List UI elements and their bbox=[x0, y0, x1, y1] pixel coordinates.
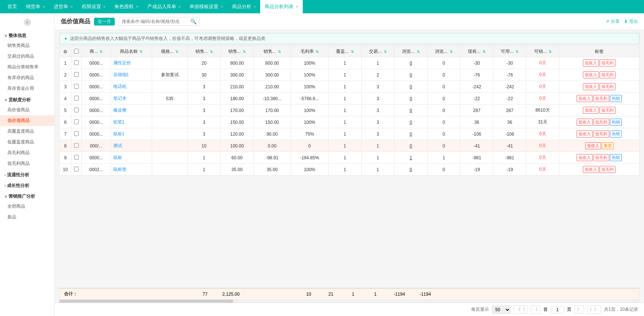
row-name[interactable]: 测试 bbox=[111, 140, 152, 152]
sidebar-item-high-value[interactable]: 高价值商品 bbox=[0, 105, 54, 115]
close-icon[interactable]: × bbox=[296, 4, 298, 9]
per-page-select[interactable]: 50 100 200 bbox=[492, 306, 511, 314]
sidebar-item-high-margin[interactable]: 高毛利商品 bbox=[0, 147, 54, 158]
table-row: 2 0000... 吴细细1 参加复试 30 300.00 300.00 100… bbox=[60, 69, 640, 81]
close-icon[interactable]: × bbox=[178, 4, 181, 9]
sidebar-item-traded[interactable]: 交易过的商品 bbox=[0, 51, 54, 62]
row-select-checkbox[interactable] bbox=[74, 108, 79, 112]
nav-item-home[interactable]: 首页 bbox=[3, 0, 21, 13]
first-page-btn[interactable]: 〈〈 bbox=[514, 305, 528, 314]
close-icon[interactable]: × bbox=[136, 4, 138, 9]
search-box[interactable]: 🔍 bbox=[118, 17, 200, 26]
row-select-checkbox[interactable] bbox=[74, 119, 79, 124]
row-name[interactable]: 鼠标1 bbox=[111, 128, 152, 140]
nav-item-analysis-list[interactable]: 商品分析列表 × bbox=[260, 0, 302, 13]
nav-item-products-in[interactable]: 产成品入库单 × bbox=[143, 0, 185, 13]
row-code: 0000... bbox=[82, 57, 111, 69]
table-container: ⚙ 商... ⇅ 商品名称 ⇅ 规格... ⇅ 销售... ⇅ 销售... ⇅ … bbox=[59, 46, 640, 288]
row-checkbox[interactable] bbox=[71, 81, 82, 93]
row-checkbox[interactable] bbox=[71, 152, 82, 164]
sidebar-collapse-btn[interactable]: « bbox=[24, 18, 31, 26]
col-sales-price[interactable]: 销售... ⇅ bbox=[221, 46, 254, 57]
col-spec[interactable]: 规格... ⇅ bbox=[152, 46, 187, 57]
sidebar-item-stock-products[interactable]: 有库存的商品 bbox=[0, 72, 54, 83]
prev-page-btn[interactable]: 〈 bbox=[531, 305, 540, 314]
col-checkbox[interactable] bbox=[71, 46, 82, 57]
row-name[interactable]: 电话机 bbox=[111, 81, 152, 93]
col-sales-amount[interactable]: 销售... ⇅ bbox=[254, 46, 291, 57]
row-checkbox[interactable] bbox=[71, 164, 82, 176]
row-name[interactable]: 铅笔1 bbox=[111, 116, 152, 128]
sidebar-item-high-coverage[interactable]: 高覆盖度商品 bbox=[0, 126, 54, 137]
row-num: 10 bbox=[60, 164, 71, 176]
row-select-checkbox[interactable] bbox=[74, 96, 79, 101]
filter-btn[interactable]: 近一月 bbox=[94, 18, 115, 26]
next-page-btn[interactable]: 〉 bbox=[574, 305, 584, 314]
col-views2[interactable]: 浏览... ⇅ bbox=[427, 46, 460, 57]
nav-item-purchase[interactable]: 进货单 × bbox=[49, 0, 77, 13]
close-icon[interactable]: × bbox=[70, 4, 73, 9]
col-margin[interactable]: 毛利率 ⇅ bbox=[291, 46, 329, 57]
sidebar-item-low-margin[interactable]: 低毛利商品 bbox=[0, 158, 54, 169]
row-name[interactable]: 吴细细1 bbox=[111, 69, 152, 81]
row-checkbox[interactable] bbox=[71, 57, 82, 69]
col-sales-qty[interactable]: 销售... ⇅ bbox=[188, 46, 221, 57]
sidebar-group-marketing[interactable]: ∨ 营销推广分析 bbox=[0, 190, 54, 201]
export-btn[interactable]: ⬇ 导出 bbox=[624, 18, 638, 25]
sidebar-item-low-value[interactable]: 低价值商品 bbox=[0, 115, 54, 126]
row-sales-price: 150.00 bbox=[221, 116, 254, 128]
sidebar-item-category-rate[interactable]: 商品分类销售率 bbox=[0, 62, 54, 72]
close-icon[interactable]: × bbox=[254, 4, 256, 9]
row-select-checkbox[interactable] bbox=[74, 84, 79, 89]
close-icon[interactable]: × bbox=[221, 4, 223, 9]
sidebar-item-low-coverage[interactable]: 低覆盖度商品 bbox=[0, 137, 54, 147]
close-icon[interactable]: × bbox=[103, 4, 105, 9]
col-coverage[interactable]: 覆盖... ⇅ bbox=[328, 46, 361, 57]
row-select-checkbox[interactable] bbox=[74, 143, 79, 148]
col-settings[interactable]: ⚙ bbox=[60, 46, 71, 57]
row-checkbox[interactable] bbox=[71, 140, 82, 152]
row-name[interactable]: 橡皮擦 bbox=[111, 105, 152, 116]
row-checkbox[interactable] bbox=[71, 128, 82, 140]
nav-item-sales[interactable]: 销货单 × bbox=[21, 0, 49, 13]
row-checkbox[interactable] bbox=[71, 116, 82, 128]
last-page-btn[interactable]: 〉〉 bbox=[587, 305, 601, 314]
page-input[interactable] bbox=[551, 306, 564, 313]
row-select-checkbox[interactable] bbox=[74, 60, 79, 65]
row-name[interactable]: 鼠标 bbox=[111, 152, 152, 164]
nav-item-permissions[interactable]: 权限设置 × bbox=[77, 0, 110, 13]
row-select-checkbox[interactable] bbox=[74, 72, 79, 77]
row-checkbox[interactable] bbox=[71, 93, 82, 105]
col-available[interactable]: 可用... ⇅ bbox=[493, 46, 526, 57]
row-name[interactable]: 鼠标垫 bbox=[111, 164, 152, 176]
row-name[interactable]: 笔记本 bbox=[111, 93, 152, 105]
row-select-checkbox[interactable] bbox=[74, 167, 79, 171]
sidebar-item-all-products[interactable]: 全部商品 bbox=[0, 201, 54, 212]
sidebar-item-new-products[interactable]: 新品 bbox=[0, 212, 54, 222]
col-current-stock[interactable]: 现有... ⇅ bbox=[460, 46, 493, 57]
select-all-checkbox[interactable] bbox=[74, 49, 79, 54]
search-input[interactable] bbox=[122, 19, 189, 24]
sidebar-group-growth[interactable]: › 成长性分析 bbox=[0, 180, 54, 190]
col-sellable[interactable]: 可销... ⇅ bbox=[526, 46, 559, 57]
col-views1[interactable]: 浏览... ⇅ bbox=[394, 46, 427, 57]
nav-item-analysis[interactable]: 商品分析 × bbox=[228, 0, 260, 13]
row-checkbox[interactable] bbox=[71, 69, 82, 81]
row-select-checkbox[interactable] bbox=[74, 155, 79, 160]
tag: 低毛利 bbox=[600, 107, 616, 114]
sidebar-group-contribution[interactable]: ∨ 贡献度分析 bbox=[0, 94, 54, 105]
close-icon[interactable]: × bbox=[43, 4, 45, 9]
sidebar-item-stock-funds[interactable]: 库存资金占用 bbox=[0, 83, 54, 94]
row-select-checkbox[interactable] bbox=[74, 131, 79, 136]
col-transactions[interactable]: 交易... ⇅ bbox=[361, 46, 394, 57]
sidebar-item-sales-products[interactable]: 销售类商品 bbox=[0, 40, 54, 51]
col-code[interactable]: 商... ⇅ bbox=[82, 46, 111, 57]
row-checkbox[interactable] bbox=[71, 105, 82, 116]
share-btn[interactable]: ↗ 分享 bbox=[606, 18, 620, 25]
sidebar-group-flow[interactable]: › 流通性分析 bbox=[0, 169, 54, 180]
sidebar-group-overall[interactable]: ∨ 整体信息 bbox=[0, 30, 54, 40]
row-name[interactable]: 属性定价 bbox=[111, 57, 152, 69]
col-name[interactable]: 商品名称 ⇅ bbox=[111, 46, 152, 57]
nav-item-templates[interactable]: 单据模板设置 × bbox=[185, 0, 227, 13]
nav-item-roles[interactable]: 角色授权 × bbox=[110, 0, 142, 13]
